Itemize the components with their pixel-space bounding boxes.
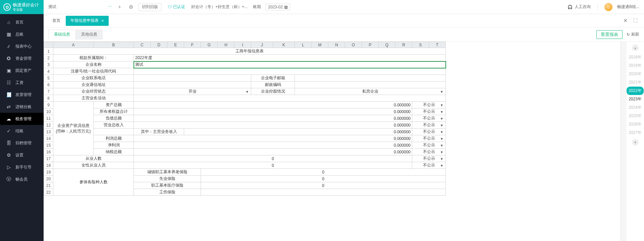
value-cell[interactable]: 0 [134, 155, 412, 162]
add-icon[interactable]: ＋ [115, 3, 123, 11]
tab-annual-report[interactable]: 年报信息申报表 × [66, 16, 109, 26]
nav-报表中心[interactable]: ⫽报表中心 [0, 40, 44, 52]
value-cell[interactable]: 0.000000 [134, 122, 412, 129]
row-number[interactable]: 1 [44, 48, 53, 55]
col-header[interactable]: O [345, 42, 362, 48]
nav-税务管理[interactable]: ☁税务管理 [0, 113, 44, 125]
year-2025年[interactable]: 2025年 [627, 112, 644, 120]
value-cell[interactable]: 0 [134, 162, 412, 169]
row-number[interactable]: 7 [44, 88, 53, 95]
select-cell[interactable]: 不公示▼ [412, 129, 446, 135]
col-header[interactable]: J [251, 42, 273, 48]
select-cell[interactable]: 不公示▼ [412, 142, 446, 149]
row-number[interactable]: 12 [44, 122, 53, 129]
row-number[interactable]: 9 [44, 102, 53, 108]
row-number[interactable]: 5 [44, 75, 53, 82]
nav-发票管理[interactable]: 🧾发票管理 [0, 89, 44, 101]
avatar[interactable] [604, 3, 612, 11]
select-cell[interactable]: 不公示▼ [412, 122, 446, 129]
col-header[interactable]: E [167, 42, 184, 48]
value-cell[interactable]: 0 [201, 182, 446, 189]
select-cell[interactable]: 不公示▼ [412, 149, 446, 155]
row-number[interactable]: 18 [44, 162, 53, 169]
close-all-icon[interactable]: ✕ [621, 16, 630, 26]
row-number[interactable]: 20 [44, 176, 53, 182]
refresh-button[interactable]: ↻ 刷新 [627, 32, 639, 37]
year-2023年[interactable]: 2023年 [627, 95, 644, 103]
col-header[interactable]: A [53, 42, 94, 48]
nav-资金管理[interactable]: ✪资金管理 [0, 52, 44, 64]
row-number[interactable]: 22 [44, 189, 53, 196]
value-cell[interactable]: 0 [201, 169, 446, 176]
nav-首页[interactable]: ⌂首页 [0, 16, 44, 28]
col-header[interactable]: S [412, 42, 429, 48]
username[interactable]: 畅捷通B组... [617, 4, 639, 10]
select-cell[interactable]: 不公示▼ [412, 135, 446, 142]
select-cell[interactable]: 不公示▼ [412, 102, 446, 108]
nav-设置[interactable]: ⚙设置 [0, 149, 44, 161]
switch-old-button[interactable]: 切到旧版 [138, 3, 162, 11]
company-cell[interactable]: 测试 [134, 61, 446, 68]
row-number[interactable]: 11 [44, 115, 53, 122]
row-number[interactable]: 10 [44, 108, 53, 115]
col-header[interactable]: L [295, 42, 312, 48]
col-header[interactable]: N [328, 42, 345, 48]
agent-button[interactable]: 🎧 人工咨询 [568, 4, 591, 10]
vertical-scrollbar[interactable] [621, 42, 626, 241]
select-cell[interactable]: 不公示▼ [412, 162, 446, 169]
value-cell[interactable]: 0.000000 [134, 108, 412, 115]
nav-总账[interactable]: ▦总账 [0, 28, 44, 40]
nav-固定资产[interactable]: ▣固定资产 [0, 64, 44, 77]
year-2020年[interactable]: 2020年 [627, 70, 644, 78]
cell[interactable] [295, 82, 446, 88]
cell[interactable]: 2022年度 [134, 55, 446, 61]
subtab-basic[interactable]: 基础信息 [48, 30, 76, 40]
col-header[interactable]: P [362, 42, 379, 48]
period-select[interactable]: 2023-02 ▦ [266, 4, 290, 10]
col-header[interactable]: K [273, 42, 295, 48]
col-header[interactable]: R [395, 42, 412, 48]
select-cell[interactable]: 不公示▼ [412, 108, 446, 115]
nav-新手引导[interactable]: ▷新手引导 [0, 161, 44, 173]
year-2022年[interactable]: 2022年 [627, 87, 644, 95]
nav-归档管理[interactable]: 🗄归档管理 [0, 137, 44, 149]
value-cell[interactable]: 0.000000 [134, 135, 412, 142]
row-number[interactable]: 13 [44, 129, 53, 135]
col-header[interactable]: M [312, 42, 328, 48]
row-number[interactable]: 8 [44, 95, 53, 102]
col-header[interactable]: T [429, 42, 446, 48]
row-number[interactable]: 15 [44, 142, 53, 149]
year-2027年[interactable]: 2027年 [627, 129, 644, 137]
tab-home[interactable]: 首页 [48, 16, 65, 26]
col-header[interactable]: I [234, 42, 251, 48]
select-cell[interactable]: 不公示▼ [412, 155, 446, 162]
col-header[interactable]: B [94, 42, 134, 48]
year-2024年[interactable]: 2024年 [627, 103, 644, 112]
value-cell[interactable]: 0.000000 [134, 142, 412, 149]
value-cell[interactable]: 0.000000 [184, 129, 412, 135]
year-2018年[interactable]: 2018年 [627, 53, 644, 61]
fullscreen-icon[interactable]: ⛶ [631, 16, 640, 26]
year-2021年[interactable]: 2021年 [627, 78, 644, 87]
year-2019年[interactable]: 2019年 [627, 61, 644, 70]
cell[interactable] [134, 82, 251, 88]
col-header[interactable]: C [134, 42, 151, 48]
company-select[interactable]: 测试 ﹀ [48, 3, 112, 11]
row-number[interactable]: 6 [44, 82, 53, 88]
spreadsheet[interactable]: ABCDEFGHIJKLMNOPQRST1工商年报信息表2税款所属期间：2022… [44, 42, 621, 241]
col-header[interactable]: D [151, 42, 167, 48]
col-header[interactable]: Q [379, 42, 395, 48]
close-icon[interactable]: × [101, 18, 104, 23]
row-number[interactable]: 2 [44, 55, 53, 61]
cell[interactable] [134, 68, 446, 75]
col-header[interactable]: G [201, 42, 218, 48]
cell[interactable] [295, 75, 446, 82]
gear-icon[interactable]: ⚙ [127, 3, 135, 11]
value-cell[interactable]: 0.000000 [134, 102, 412, 108]
year-2026年[interactable]: 2026年 [627, 120, 644, 129]
row-number[interactable]: 3 [44, 61, 53, 68]
row-number[interactable]: 4 [44, 68, 53, 75]
select-cell[interactable]: 开业▼ [134, 88, 251, 95]
row-number[interactable]: 21 [44, 182, 53, 189]
row-number[interactable]: 16 [44, 149, 53, 155]
